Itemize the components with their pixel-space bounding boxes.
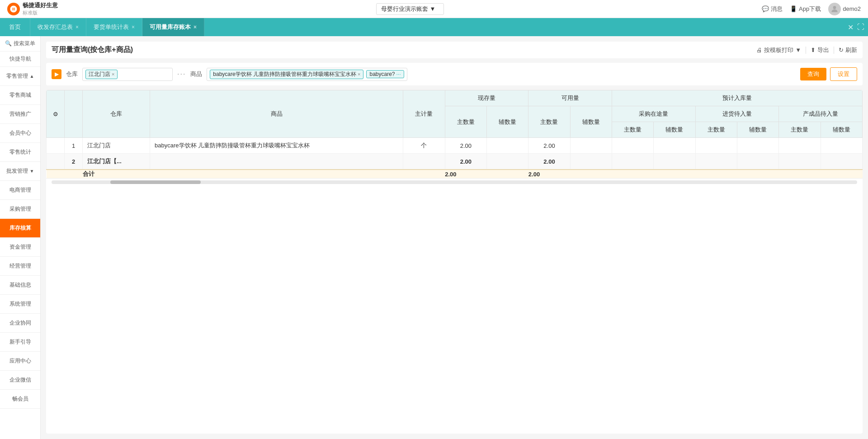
th-goods: 商品: [150, 90, 403, 138]
app-icon: 📱: [790, 5, 797, 12]
row2-incoming-pending-main: [695, 154, 737, 170]
tab-receipts[interactable]: 收发存汇总表 ×: [30, 18, 86, 36]
chevron-up-icon: ▲: [30, 74, 34, 79]
row1-incoming-pending-main: [695, 138, 737, 154]
row1-settings: [47, 138, 65, 154]
page-actions: 🖨 按模板打印 ▼ ⬆ 导出 ↻ 刷新: [756, 46, 857, 54]
filter-more-dots[interactable]: ···: [177, 70, 186, 78]
industry-selector[interactable]: 母婴行业演示账套 ▼: [376, 3, 444, 15]
sidebar-item-enterprise-wechat[interactable]: 企业微信: [0, 371, 40, 390]
sidebar-retail-mgmt-label: 零售管理: [6, 72, 28, 80]
sidebar-item-marketing[interactable]: 营销推广: [0, 105, 40, 124]
main-layout: 🔍 搜索菜单 快捷导航 零售管理 ▲ 零售商城 营销推广 会员中心 零售统计 批…: [0, 36, 868, 439]
refresh-btn[interactable]: ↻ 刷新: [839, 46, 857, 54]
summary-no: [65, 170, 83, 178]
sidebar-item-ecommerce[interactable]: 电商管理: [0, 181, 40, 200]
sidebar-item-wholesale-mgmt[interactable]: 批发管理 ▼: [0, 162, 40, 181]
goods-filter-input[interactable]: babycare学饮杯 儿童防摔防撞吸管杯重力球吸嘴杯宝宝水杯 × babyca…: [207, 68, 407, 81]
th-settings[interactable]: ⚙: [47, 90, 65, 138]
close-all-tabs-icon[interactable]: ✕: [848, 23, 854, 32]
sidebar-basic-info-label: 基础信息: [9, 282, 31, 288]
topbar-left: 畅捷通好生意 标准版: [7, 1, 58, 16]
user-profile[interactable]: demo2: [828, 3, 861, 15]
avatar: [828, 3, 841, 15]
row1-current-aux: [486, 138, 528, 154]
table-row: 1 江北门店 babycare学饮杯 儿童防摔防撞吸管杯重力球吸嘴杯宝宝水杯 个…: [47, 138, 863, 154]
message-btn[interactable]: 💬 消息: [762, 5, 783, 13]
topbar: 畅捷通好生意 标准版 母婴行业演示账套 ▼ 💬 消息 📱 App下载 demo2: [0, 0, 868, 18]
row1-incoming-pending-aux: [737, 138, 778, 154]
tab-home-label: 首页: [9, 23, 21, 31]
tab-order-stats[interactable]: 要货单统计表 ×: [86, 18, 142, 36]
summary-current-main: 2.00: [445, 170, 486, 178]
summary-product-main: [779, 170, 821, 178]
topbar-center[interactable]: 母婴行业演示账套 ▼: [376, 3, 444, 15]
row2-current-main: 2.00: [445, 154, 486, 170]
data-table: ⚙ 仓库 商品 主计量 现存量: [46, 90, 863, 178]
settings-button[interactable]: 设置: [830, 67, 857, 81]
sidebar-inventory-label: 库存核算: [9, 225, 31, 231]
sidebar-purchase-label: 采购管理: [9, 206, 31, 212]
summary-incoming-main: [695, 170, 737, 178]
table-footer: [46, 178, 863, 186]
logo: 畅捷通好生意 标准版: [7, 1, 58, 16]
tab-receipts-close[interactable]: ×: [75, 24, 79, 30]
sidebar-item-purchase[interactable]: 采购管理: [0, 200, 40, 219]
sidebar-item-sys-mgmt[interactable]: 系统管理: [0, 295, 40, 314]
filter-toggle-btn[interactable]: ▶: [52, 69, 61, 79]
sidebar-item-new-guide[interactable]: 新手引导: [0, 333, 40, 352]
row1-available-main: 2.00: [528, 138, 570, 154]
export-btn[interactable]: ⬆ 导出: [811, 46, 829, 54]
filter-bar: ▶ 仓库 江北门店 × ··· 商品 babycare学饮杯 儿童防摔防撞吸管杯…: [46, 63, 863, 85]
page-header: 可用量查询(按仓库+商品) 🖨 按模板打印 ▼ ⬆ 导出 ↻ 刷新: [46, 42, 863, 58]
warehouse-filter-input[interactable]: 江北门店 ×: [82, 68, 173, 81]
warehouse-tag-close[interactable]: ×: [112, 71, 114, 77]
query-button[interactable]: 查询: [800, 68, 826, 80]
warehouse-tag: 江北门店 ×: [85, 70, 118, 79]
nav-tabs-right: ✕ ⛶: [848, 23, 868, 32]
row1-purchase-transit-aux: [654, 138, 695, 154]
horizontal-scrollbar[interactable]: [52, 180, 857, 184]
sidebar-item-member-center[interactable]: 会员中心: [0, 124, 40, 143]
sidebar-item-vip-member[interactable]: 畅会员: [0, 390, 40, 409]
th-available-main: 主数量: [528, 106, 570, 138]
sidebar-item-ops[interactable]: 经营管理: [0, 257, 40, 276]
tab-available-stock-close[interactable]: ×: [193, 24, 197, 30]
template-print-btn[interactable]: 🖨 按模板打印 ▼: [756, 46, 801, 54]
th-available-qty: 可用量: [528, 90, 612, 106]
scrollbar-thumb[interactable]: [110, 180, 201, 184]
sidebar-quick-nav[interactable]: 快捷导航: [0, 52, 40, 67]
sidebar-item-retail-stats[interactable]: 零售统计: [0, 143, 40, 162]
sidebar-item-finance[interactable]: 资金管理: [0, 238, 40, 257]
th-current-stock: 现存量: [445, 90, 528, 106]
tab-order-stats-close[interactable]: ×: [132, 24, 135, 30]
tab-available-stock-label: 可用量库存账本: [150, 23, 191, 31]
expand-icon[interactable]: ⛶: [857, 23, 864, 31]
tab-available-stock[interactable]: 可用量库存账本 ×: [142, 18, 204, 36]
row1-product-pending-aux: [821, 138, 862, 154]
app-download-btn[interactable]: 📱 App下载: [790, 5, 821, 13]
message-label: 消息: [771, 5, 783, 13]
goods-tag-1-close[interactable]: ×: [358, 71, 360, 77]
chevron-down-icon: ▼: [430, 5, 436, 12]
sidebar-item-app-center[interactable]: 应用中心: [0, 352, 40, 371]
sidebar-item-basic-info[interactable]: 基础信息: [0, 276, 40, 295]
row1-goods: babycare学饮杯 儿童防摔防撞吸管杯重力球吸嘴杯宝宝水杯: [150, 138, 403, 154]
refresh-icon: ↻: [839, 47, 844, 53]
sidebar-item-retail-mgmt[interactable]: 零售管理 ▲: [0, 67, 40, 86]
sidebar-search-label: 搜索菜单: [14, 40, 35, 47]
nav-tabs: 首页 收发存汇总表 × 要货单统计表 × 可用量库存账本 × ✕ ⛶: [0, 18, 868, 36]
divider1: [806, 47, 806, 54]
sidebar-item-inventory[interactable]: 库存核算: [0, 219, 40, 238]
tab-home[interactable]: 首页: [0, 18, 30, 36]
sidebar-finance-label: 资金管理: [9, 244, 31, 250]
page-title: 可用量查询(按仓库+商品): [52, 45, 133, 55]
printer-icon: 🖨: [756, 47, 762, 53]
sidebar-item-enterprise-collab[interactable]: 企业协同: [0, 314, 40, 333]
row1-no: 1: [65, 138, 83, 154]
sidebar-item-retail-mall[interactable]: 零售商城: [0, 86, 40, 105]
sidebar-app-center-label: 应用中心: [9, 358, 31, 364]
summary-purchase-main: [612, 170, 653, 178]
sidebar-search[interactable]: 🔍 搜索菜单: [0, 36, 40, 52]
th-product-pending: 产成品待入量: [779, 106, 863, 122]
